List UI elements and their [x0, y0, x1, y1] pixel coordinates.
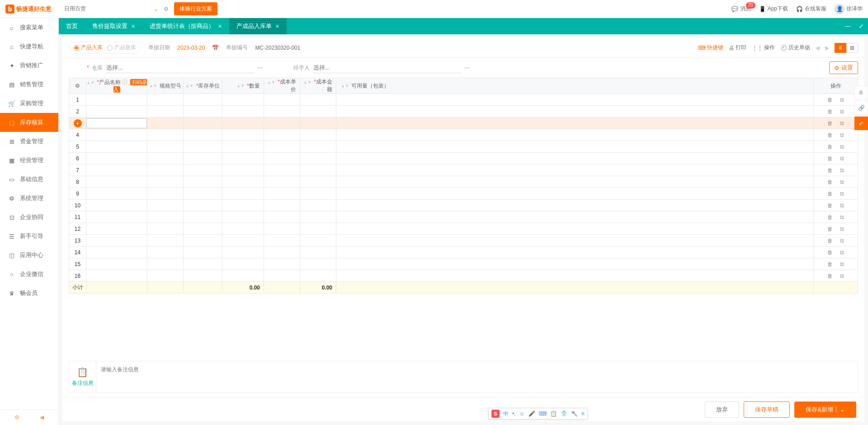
gear-icon[interactable]: ⚙ [164, 6, 169, 12]
delete-row-icon[interactable]: 🗑 [827, 155, 833, 162]
table-row[interactable]: 15🗑⧉ [69, 258, 858, 270]
service-link[interactable]: 🎧 在线客服 [796, 5, 826, 13]
product-input[interactable] [86, 118, 147, 128]
rail-expand-icon[interactable]: ⤢ [854, 117, 868, 130]
cell-price[interactable] [264, 153, 300, 164]
table-row[interactable]: 7🗑⧉ [69, 164, 858, 176]
save-draft-button[interactable]: 保存草稿 [744, 402, 790, 418]
table-row[interactable]: +🗑⧉ [69, 117, 858, 129]
tabs-expand-button[interactable]: ⤢ [854, 23, 868, 29]
tab-1[interactable]: 售价提取设置✕ [85, 18, 142, 34]
view-list-button[interactable]: ≡ [835, 43, 846, 53]
cell-avail[interactable] [336, 258, 814, 270]
delete-row-icon[interactable]: 🗑 [827, 97, 833, 103]
cell-unit[interactable] [184, 258, 222, 270]
cell-avail[interactable] [336, 106, 814, 117]
cell-amount[interactable] [300, 94, 336, 106]
cell-qty[interactable] [222, 176, 264, 188]
rail-link-icon[interactable]: 🔗 [854, 101, 868, 115]
cell-spec[interactable] [147, 211, 184, 223]
tab-2[interactable]: 进货单统计表（按商品）✕ [142, 18, 229, 34]
cell-spec[interactable] [147, 141, 184, 153]
cell-spec[interactable] [147, 258, 184, 270]
delete-row-icon[interactable]: 🗑 [827, 226, 833, 232]
cell-amount[interactable] [300, 247, 336, 258]
copy-row-icon[interactable]: ⧉ [840, 132, 844, 138]
ime-toolbar[interactable]: S 中 •, ☺ 🎤 ⌨ 📋 👕 🔧 ≡ [488, 408, 588, 420]
delete-row-icon[interactable]: 🗑 [827, 144, 833, 150]
cell-unit[interactable] [184, 200, 222, 211]
cell-qty[interactable] [222, 223, 264, 235]
cell-price[interactable] [264, 129, 300, 141]
cell-product[interactable] [86, 153, 147, 164]
ime-keyboard-icon[interactable]: ⌨ [539, 411, 547, 417]
ime-punct-icon[interactable]: •, [512, 411, 516, 417]
warehouse-more-icon[interactable]: ⋯ [257, 65, 263, 71]
cell-qty[interactable] [222, 117, 264, 129]
cell-spec[interactable] [147, 247, 184, 258]
sidebar-collapse-icon[interactable]: ◀ [40, 414, 44, 420]
view-grid-button[interactable]: ⊞ [846, 43, 858, 53]
copy-row-icon[interactable]: ⧉ [840, 238, 844, 244]
cell-spec[interactable] [147, 235, 184, 247]
cell-unit[interactable] [184, 94, 222, 106]
delete-row-icon[interactable]: 🗑 [827, 249, 833, 256]
sidebar-item-10[interactable]: ⊡企业协同 [0, 208, 58, 227]
sidebar-item-6[interactable]: ⊞资金管理 [0, 132, 58, 151]
col-amount[interactable]: ▲▼ *成本金额 [300, 78, 336, 94]
cell-price[interactable] [264, 106, 300, 117]
cell-product[interactable] [86, 141, 147, 153]
cell-price[interactable] [264, 235, 300, 247]
delete-row-icon[interactable]: 🗑 [827, 167, 833, 173]
cell-product[interactable] [86, 200, 147, 211]
cell-unit[interactable] [184, 188, 222, 200]
cell-price[interactable] [264, 258, 300, 270]
calendar-icon[interactable]: 📅 [212, 45, 219, 51]
cell-spec[interactable] [147, 164, 184, 176]
sidebar-item-0[interactable]: ⌕搜索菜单 [0, 18, 58, 37]
cell-price[interactable] [264, 141, 300, 153]
table-row[interactable]: 11🗑⧉ [69, 211, 858, 223]
cell-amount[interactable] [300, 211, 336, 223]
cell-price[interactable] [264, 176, 300, 188]
messages-link[interactable]: 💬 消息 70 [731, 5, 751, 13]
delete-row-icon[interactable]: 🗑 [827, 273, 833, 279]
cell-avail[interactable] [336, 164, 814, 176]
add-row-button[interactable]: + [74, 119, 82, 127]
table-row[interactable]: 5🗑⧉ [69, 141, 858, 153]
cell-qty[interactable] [222, 153, 264, 164]
cell-avail[interactable] [336, 94, 814, 106]
cell-unit[interactable] [184, 117, 222, 129]
cell-amount[interactable] [300, 141, 336, 153]
delete-row-icon[interactable]: 🗑 [827, 202, 833, 209]
cell-product[interactable] [86, 176, 147, 188]
ime-skin-icon[interactable]: 👕 [561, 411, 567, 417]
cell-product[interactable] [86, 270, 147, 282]
nav-prev-icon[interactable]: ◀ [816, 45, 820, 51]
trial-button[interactable]: 体验行业方案 [174, 2, 217, 15]
cell-avail[interactable] [336, 211, 814, 223]
table-row[interactable]: 1🗑⧉ [69, 94, 858, 106]
delete-row-icon[interactable]: 🗑 [827, 179, 833, 185]
cell-amount[interactable] [300, 223, 336, 235]
cell-amount[interactable] [300, 164, 336, 176]
cell-avail[interactable] [336, 223, 814, 235]
cell-avail[interactable] [336, 141, 814, 153]
cell-unit[interactable] [184, 211, 222, 223]
delete-row-icon[interactable]: 🗑 [827, 108, 833, 115]
col-config[interactable]: ⚙ [69, 78, 86, 94]
cell-amount[interactable] [300, 258, 336, 270]
delete-row-icon[interactable]: 🗑 [827, 238, 833, 244]
col-price[interactable]: ▲▼ *成本单价 [264, 78, 300, 94]
cell-price[interactable] [264, 270, 300, 282]
cell-amount[interactable] [300, 129, 336, 141]
table-row[interactable]: 13🗑⧉ [69, 235, 858, 247]
copy-row-icon[interactable]: ⧉ [840, 144, 844, 150]
cell-product[interactable] [86, 223, 147, 235]
cell-spec[interactable] [147, 200, 184, 211]
cell-price[interactable] [264, 211, 300, 223]
cell-amount[interactable] [300, 106, 336, 117]
copy-row-icon[interactable]: ⧉ [840, 261, 844, 267]
cell-qty[interactable] [222, 141, 264, 153]
cell-unit[interactable] [184, 235, 222, 247]
